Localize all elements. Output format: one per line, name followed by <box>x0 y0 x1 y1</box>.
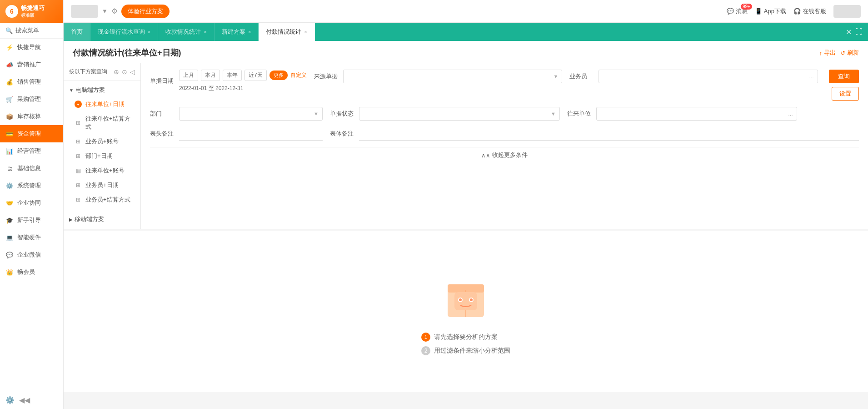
sidebar-item-member[interactable]: 👑 畅会员 <box>0 263 63 281</box>
user-dropdown-arrow[interactable]: ▼ <box>102 8 108 15</box>
export-label: 导出 <box>824 49 836 57</box>
mobile-group-header[interactable]: ▶ 移动端方案 <box>64 212 140 226</box>
online-service-btn[interactable]: 🎧 在线客服 <box>793 7 826 15</box>
empty-tip-2: 2 用过滤条件来缩小分析范围 <box>421 346 510 355</box>
tab-new[interactable]: 新建方案 × <box>215 23 259 41</box>
sidebar-item-enterprise[interactable]: 🤝 企业协同 <box>0 194 63 212</box>
body-note-filter: 表体备注 <box>330 127 859 141</box>
doc-status-select[interactable]: ▼ <box>359 107 560 121</box>
filter-row-3: 表头备注 表体备注 <box>150 127 859 141</box>
scheme-item-label: 业务员+账号 <box>85 137 119 146</box>
guide-icon: 🎓 <box>5 216 14 224</box>
sidebar: 6 畅捷通巧 标准版 🔍 搜索菜单 ⚡ 快捷导航 📣 营销推广 💰 <box>0 0 64 409</box>
setting-scheme-icon[interactable]: ⊙ <box>122 68 127 76</box>
search-menu[interactable]: 🔍 搜索菜单 <box>0 23 63 39</box>
doc-status-label: 单据状态 <box>330 110 355 118</box>
account-avatar[interactable] <box>833 5 861 18</box>
add-scheme-icon[interactable]: ⊕ <box>114 68 119 76</box>
date-this-year[interactable]: 本年 <box>223 70 242 81</box>
tab-close-new[interactable]: × <box>248 29 251 35</box>
settings-footer-btn[interactable]: ⚙️ <box>5 396 15 404</box>
tabbar-actions: ✕ ⛶ <box>840 23 868 41</box>
collapse-scheme-icon[interactable]: ◁ <box>130 68 135 76</box>
dept-select[interactable]: ▼ <box>179 107 323 121</box>
export-btn[interactable]: ↑ 导出 <box>819 49 836 57</box>
sidebar-item-wechat[interactable]: 💬 企业微信 <box>0 246 63 263</box>
service-icon: 🎧 <box>793 8 801 15</box>
header-note-input[interactable] <box>179 127 323 141</box>
table-icon-3: ⊞ <box>75 152 82 160</box>
app-subtitle: 标准版 <box>21 12 45 19</box>
body-note-label: 表体备注 <box>330 130 355 138</box>
sidebar-item-capital[interactable]: 💳 资金管理 <box>0 125 63 142</box>
scheme-item-partner-account[interactable]: ▦ 往来单位+账号 <box>64 163 140 178</box>
scheme-item-partner-date[interactable]: ● 往来单位+日期 <box>64 97 140 111</box>
date-last-7days[interactable]: 近7天 <box>244 70 267 81</box>
scheme-item-salesman-account[interactable]: ⊞ 业务员+账号 <box>64 134 140 149</box>
date-more-btn[interactable]: 更多 <box>269 71 288 80</box>
sidebar-item-purchase[interactable]: 🛒 采购管理 <box>0 91 63 108</box>
tab-close-bank[interactable]: × <box>148 29 150 35</box>
scheme-item-salesman-date[interactable]: ⊞ 业务员+日期 <box>64 178 140 192</box>
sidebar-item-quick[interactable]: ⚡ 快捷导航 <box>0 39 63 56</box>
tab-bank[interactable]: 现金银行流水查询 × <box>90 23 158 41</box>
topbar-gear-icon[interactable]: ⚙ <box>111 7 118 15</box>
empty-tip-1: 1 请先选择要分析的方案 <box>421 333 510 342</box>
scheme-item-partner-settle[interactable]: ⊞ 往来单位+结算方式 <box>64 111 140 134</box>
sidebar-item-system[interactable]: ⚙️ 系统管理 <box>0 177 63 194</box>
scheme-item-label: 往来单位+结算方式 <box>85 115 135 131</box>
tab-receipt[interactable]: 收款情况统计 × <box>158 23 214 41</box>
salesman-select[interactable]: … <box>599 70 818 83</box>
tab-close-payment[interactable]: × <box>304 29 307 35</box>
mobile-group-label: 移动端方案 <box>75 215 104 223</box>
app-download-btn[interactable]: 📱 App下载 <box>755 7 786 15</box>
user-avatar <box>71 5 98 18</box>
sidebar-item-hardware[interactable]: 💻 智能硬件 <box>0 229 63 246</box>
filter-row-2: 部门 ▼ 单据状态 ▼ <box>150 107 859 121</box>
tab-home[interactable]: 首页 <box>64 23 90 41</box>
partner-select[interactable]: … <box>596 107 797 121</box>
sidebar-item-marketing[interactable]: 📣 营销推广 <box>0 56 63 73</box>
header-note-filter: 表头备注 <box>150 127 323 141</box>
refresh-btn[interactable]: ↺ 刷新 <box>840 49 859 57</box>
mobile-group-arrow: ▶ <box>69 217 73 222</box>
nav-label: 新手引导 <box>17 216 41 224</box>
sidebar-item-inventory[interactable]: 📦 库存核算 <box>0 108 63 125</box>
date-col: 上月 本月 本年 近7天 更多 自定义 2022-01-01 至 2022-12… <box>179 70 307 92</box>
tab-expand-btn[interactable]: ⛶ <box>855 28 863 36</box>
tab-payment[interactable]: 付款情况统计 × <box>259 23 314 41</box>
scheme-active-icon: ● <box>75 101 82 108</box>
date-last-month[interactable]: 上月 <box>179 70 198 81</box>
sidebar-item-operation[interactable]: 📊 经营管理 <box>0 142 63 160</box>
message-btn[interactable]: 💬 消息 99+ <box>727 7 748 15</box>
nav-label: 库存核算 <box>17 112 41 121</box>
doc-status-filter: 单据状态 ▼ <box>330 107 560 121</box>
topbar: ▼ ⚙ 体验行业方案 💬 消息 99+ 📱 App下载 🎧 在线客服 <box>64 0 868 23</box>
scheme-item-dept-date[interactable]: ⊞ 部门+日期 <box>64 149 140 163</box>
query-button[interactable]: 查询 <box>829 70 859 83</box>
body-note-input[interactable] <box>359 127 859 141</box>
nav-label: 营销推广 <box>17 61 41 69</box>
tab-close-all-btn[interactable]: ✕ <box>846 28 852 36</box>
collapse-sidebar-btn[interactable]: ◀◀ <box>19 396 30 404</box>
marketing-icon: 📣 <box>5 61 14 69</box>
collapse-conditions-btn[interactable]: ∧∧ 收起更多条件 <box>150 147 859 163</box>
date-custom-btn[interactable]: 自定义 <box>290 71 307 79</box>
nav-label: 资金管理 <box>17 130 41 138</box>
date-this-month[interactable]: 本月 <box>201 70 220 81</box>
sidebar-item-sales[interactable]: 💰 销售管理 <box>0 73 63 91</box>
scheme-item-label: 业务员+日期 <box>85 181 119 189</box>
sidebar-header: 6 畅捷通巧 标准版 <box>0 0 63 23</box>
scheme-item-salesman-settle[interactable]: ⊞ 业务员+结算方式 <box>64 192 140 207</box>
tab-close-receipt[interactable]: × <box>204 29 206 35</box>
trial-button[interactable]: 体验行业方案 <box>121 5 170 18</box>
scheme-item-label: 业务员+结算方式 <box>85 196 130 204</box>
sidebar-item-guide[interactable]: 🎓 新手引导 <box>0 212 63 229</box>
source-select[interactable]: ▼ <box>343 70 563 83</box>
sidebar-item-basic[interactable]: 🗂 基础信息 <box>0 160 63 177</box>
desktop-group-header[interactable]: ▼ 电脑端方案 <box>64 83 140 97</box>
scheme-item-label: 往来单位+账号 <box>85 167 125 175</box>
source-filter: 来源单据 ▼ <box>314 70 563 83</box>
operation-icon: 📊 <box>5 147 14 155</box>
setting-button[interactable]: 设置 <box>832 87 859 101</box>
